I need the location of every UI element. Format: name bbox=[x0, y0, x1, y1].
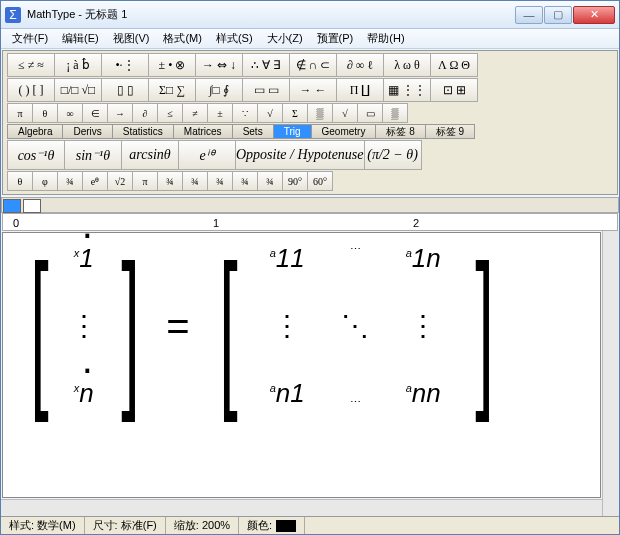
tab-statistics[interactable]: Statistics bbox=[112, 124, 174, 139]
palette3-15[interactable]: ▒ bbox=[382, 103, 408, 123]
menu-view[interactable]: 视图(V) bbox=[106, 29, 157, 48]
sym-0[interactable]: θ bbox=[7, 171, 33, 191]
palette1-2[interactable]: •·⋮ bbox=[101, 53, 149, 77]
status-color[interactable]: 颜色: bbox=[239, 517, 305, 534]
palette3-7[interactable]: ≠ bbox=[182, 103, 208, 123]
toolbar-row-2: ( ) [ ]□/□ √□▯ ▯Σ□ ∑∫□ ∮▭ ▭→ ←Π ∐▦ ⋮⋮⊡ ⊞ bbox=[7, 78, 613, 102]
palette2-0[interactable]: ( ) [ ] bbox=[7, 78, 55, 102]
sym-1[interactable]: φ bbox=[32, 171, 58, 191]
equals-sign: = bbox=[166, 304, 189, 349]
sym-8[interactable]: ¾ bbox=[207, 171, 233, 191]
status-size[interactable]: 尺寸: 标准(F) bbox=[85, 517, 166, 534]
palette2-6[interactable]: → ← bbox=[289, 78, 337, 102]
palette1-5[interactable]: ∴ ∀ ∃ bbox=[242, 53, 290, 77]
window-title: MathType - 无标题 1 bbox=[27, 7, 515, 22]
close-button[interactable]: ✕ bbox=[573, 6, 615, 24]
menu-file[interactable]: 文件(F) bbox=[5, 29, 55, 48]
template-btn-0[interactable]: cos⁻¹θ bbox=[7, 140, 65, 170]
template-btn-5[interactable]: (π/2 − θ) bbox=[364, 140, 422, 170]
lhs-vector: x1 ⋮ xn bbox=[70, 241, 98, 411]
sym-3[interactable]: eᶿ bbox=[82, 171, 108, 191]
tab-geometry[interactable]: Geometry bbox=[311, 124, 377, 139]
tab-matrices[interactable]: Matrices bbox=[173, 124, 233, 139]
palette1-4[interactable]: → ⇔ ↓ bbox=[195, 53, 243, 77]
palette3-6[interactable]: ≤ bbox=[157, 103, 183, 123]
status-bar: 样式: 数学(M) 尺寸: 标准(F) 缩放: 200% 颜色: bbox=[1, 516, 619, 534]
template-btn-2[interactable]: arcsinθ bbox=[121, 140, 179, 170]
palette2-2[interactable]: ▯ ▯ bbox=[101, 78, 149, 102]
big-button-row: cos⁻¹θsin⁻¹θarcsinθeⁱᶿOpposite / Hypoten… bbox=[7, 140, 613, 170]
editor-wrap: [ x1 ⋮ xn ] = [ a11 ⋮ an1 ⋯ bbox=[1, 231, 619, 516]
template-btn-1[interactable]: sin⁻¹θ bbox=[64, 140, 122, 170]
sym-7[interactable]: ¾ bbox=[182, 171, 208, 191]
vertical-scrollbar[interactable] bbox=[602, 231, 619, 516]
palette3-4[interactable]: → bbox=[107, 103, 133, 123]
menu-edit[interactable]: 编辑(E) bbox=[55, 29, 106, 48]
palette2-1[interactable]: □/□ √□ bbox=[54, 78, 102, 102]
sym-10[interactable]: ¾ bbox=[257, 171, 283, 191]
palette1-7[interactable]: ∂ ∞ ℓ bbox=[336, 53, 384, 77]
sym-12[interactable]: 60° bbox=[307, 171, 333, 191]
menu-help[interactable]: 帮助(H) bbox=[360, 29, 411, 48]
template-btn-3[interactable]: eⁱᶿ bbox=[178, 140, 236, 170]
category-tabs: AlgebraDerivsStatisticsMatricesSetsTrigG… bbox=[7, 124, 613, 139]
palette3-9[interactable]: ∵ bbox=[232, 103, 258, 123]
palette1-8[interactable]: λ ω θ bbox=[383, 53, 431, 77]
palette3-11[interactable]: Σ bbox=[282, 103, 308, 123]
size-toggle-1[interactable] bbox=[3, 199, 21, 213]
palette3-3[interactable]: ∈ bbox=[82, 103, 108, 123]
palette1-0[interactable]: ≤ ≠ ≈ bbox=[7, 53, 55, 77]
minimize-button[interactable]: — bbox=[515, 6, 543, 24]
tab-标签 8[interactable]: 标签 8 bbox=[375, 124, 425, 139]
sym-6[interactable]: ¾ bbox=[157, 171, 183, 191]
tab-标签 9[interactable]: 标签 9 bbox=[425, 124, 475, 139]
ruler[interactable]: 0 1 2 bbox=[2, 213, 618, 231]
palette2-3[interactable]: Σ□ ∑ bbox=[148, 78, 196, 102]
menu-preset[interactable]: 预置(P) bbox=[310, 29, 361, 48]
template-btn-4[interactable]: Opposite / Hypotenuse bbox=[235, 140, 365, 170]
palette1-6[interactable]: ∉ ∩ ⊂ bbox=[289, 53, 337, 77]
sym-9[interactable]: ¾ bbox=[232, 171, 258, 191]
tab-trig[interactable]: Trig bbox=[273, 124, 312, 139]
horizontal-scrollbar[interactable] bbox=[1, 499, 602, 516]
app-icon: Σ bbox=[5, 7, 21, 23]
status-style[interactable]: 样式: 数学(M) bbox=[1, 517, 85, 534]
menu-size[interactable]: 大小(Z) bbox=[260, 29, 310, 48]
palette2-5[interactable]: ▭ ▭ bbox=[242, 78, 290, 102]
menu-format[interactable]: 格式(M) bbox=[156, 29, 209, 48]
sym-4[interactable]: √2 bbox=[107, 171, 133, 191]
palette3-1[interactable]: θ bbox=[32, 103, 58, 123]
tab-sets[interactable]: Sets bbox=[232, 124, 274, 139]
palette1-3[interactable]: ± • ⊗ bbox=[148, 53, 196, 77]
size-selector-row bbox=[1, 197, 619, 213]
palette1-1[interactable]: ¡ à b̂ bbox=[54, 53, 102, 77]
palette3-5[interactable]: ∂ bbox=[132, 103, 158, 123]
palette3-13[interactable]: √ bbox=[332, 103, 358, 123]
status-zoom[interactable]: 缩放: 200% bbox=[166, 517, 239, 534]
toolbar-row-3: πθ∞∈→∂≤≠±∵√Σ▒√▭▒ bbox=[7, 103, 613, 123]
palette2-8[interactable]: ▦ ⋮⋮ bbox=[383, 78, 431, 102]
palette3-10[interactable]: √ bbox=[257, 103, 283, 123]
left-bracket-close: ] bbox=[121, 249, 137, 403]
sym-11[interactable]: 90° bbox=[282, 171, 308, 191]
menubar: 文件(F) 编辑(E) 视图(V) 格式(M) 样式(S) 大小(Z) 预置(P… bbox=[1, 29, 619, 49]
sym-2[interactable]: ¾ bbox=[57, 171, 83, 191]
matrix-col-2: ⋯ ⋱ ⋯ bbox=[326, 241, 384, 411]
palette3-14[interactable]: ▭ bbox=[357, 103, 383, 123]
palette3-0[interactable]: π bbox=[7, 103, 33, 123]
tab-algebra[interactable]: Algebra bbox=[7, 124, 63, 139]
palette2-7[interactable]: Π ∐ bbox=[336, 78, 384, 102]
window-controls: — ▢ ✕ bbox=[515, 6, 615, 24]
palette2-9[interactable]: ⊡ ⊞ bbox=[430, 78, 478, 102]
tab-derivs[interactable]: Derivs bbox=[62, 124, 112, 139]
equation-editor[interactable]: [ x1 ⋮ xn ] = [ a11 ⋮ an1 ⋯ bbox=[2, 232, 601, 498]
palette2-4[interactable]: ∫□ ∮ bbox=[195, 78, 243, 102]
palette3-12[interactable]: ▒ bbox=[307, 103, 333, 123]
size-toggle-2[interactable] bbox=[23, 199, 41, 213]
palette3-8[interactable]: ± bbox=[207, 103, 233, 123]
palette3-2[interactable]: ∞ bbox=[57, 103, 83, 123]
menu-style[interactable]: 样式(S) bbox=[209, 29, 260, 48]
palette1-9[interactable]: Λ Ω Θ bbox=[430, 53, 478, 77]
maximize-button[interactable]: ▢ bbox=[544, 6, 572, 24]
sym-5[interactable]: π bbox=[132, 171, 158, 191]
